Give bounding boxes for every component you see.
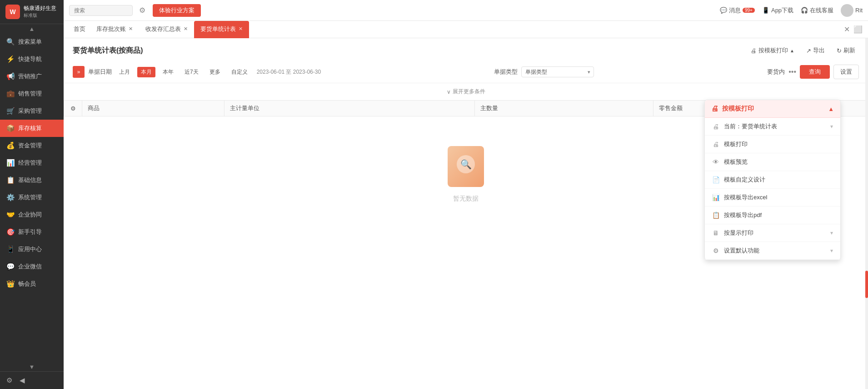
sidebar-scroll-down[interactable]: ▼ (0, 362, 64, 371)
sidebar-item-search[interactable]: 🔍 搜索菜单 (0, 33, 64, 51)
sidebar-item-marketing[interactable]: 📢 营销推广 (0, 68, 64, 85)
tabs-maximize-icon[interactable]: ⬜ (853, 25, 863, 34)
page-header: 要货单统计表(按商品) 🖨 按模板打印 ▲ ↗ 导出 ↻ 刷新 (64, 38, 868, 61)
sidebar-item-finance[interactable]: 💰 资金管理 (0, 137, 64, 154)
printer-icon: 🖨 (751, 47, 757, 54)
newbie-icon: 🎯 (6, 228, 15, 236)
tab-receipts-summary[interactable]: 收发存汇总表 ✕ (139, 21, 194, 38)
sidebar-item-inventory[interactable]: 📦 库存核算 (0, 120, 64, 137)
scrollbar-thumb (865, 271, 868, 298)
dropdown-printer-icon: 🖨 (711, 105, 718, 113)
settings-footer-icon[interactable]: ⚙ (6, 376, 12, 384)
search-icon: 🔍 (6, 38, 15, 46)
avatar (841, 4, 853, 17)
date-btn-custom[interactable]: 自定义 (228, 67, 251, 77)
refresh-btn[interactable]: ↻ 刷新 (833, 45, 859, 56)
sidebar-item-basic[interactable]: 📋 基础信息 (0, 172, 64, 189)
tab-batch-account[interactable]: 库存批次账 ✕ (90, 21, 139, 38)
order-content-label: 要货内 (767, 68, 785, 76)
operations-icon: 📊 (6, 159, 15, 167)
export-btn[interactable]: ↗ 导出 (803, 45, 828, 56)
set-default-arrow: ▾ (830, 248, 833, 254)
appstore-icon: 📱 (6, 245, 15, 253)
order-type-select-wrap: 单据类型 (521, 66, 594, 77)
marketing-icon: 📢 (6, 72, 15, 81)
tab-home[interactable]: 首页 (69, 21, 90, 38)
sidebar-item-member[interactable]: 👑 畅会员 (0, 275, 64, 293)
sidebar-item-newbie[interactable]: 🎯 新手引导 (0, 223, 64, 241)
date-btn-this-year[interactable]: 本年 (159, 67, 177, 77)
date-btn-last-month[interactable]: 上月 (115, 67, 134, 77)
date-label: 单据日期 (88, 68, 112, 76)
tabs-close-all-icon[interactable]: ✕ (844, 25, 850, 34)
trial-button[interactable]: 体验行业方案 (153, 4, 201, 17)
date-btn-more[interactable]: 更多 (206, 67, 224, 77)
dropdown-print-template-item[interactable]: 🖨 模板打印 (705, 136, 840, 153)
dropdown-preview-template-item[interactable]: 👁 模板预览 (705, 153, 840, 171)
dropdown-export-excel-item[interactable]: 📊 按模板导出excel (705, 189, 840, 207)
print-template-btn[interactable]: 🖨 按模板打印 ▲ (747, 45, 798, 56)
right-scrollbar[interactable] (865, 38, 868, 389)
topbar-search-input[interactable] (69, 5, 133, 16)
date-btn-7days[interactable]: 近7天 (181, 67, 202, 77)
display-print-icon: 🖥 (712, 229, 719, 237)
sidebar-nav: 🔍 搜索菜单 ⚡ 快捷导航 📢 营销推广 💼 销售管理 🛒 采购管理 📦 库存核… (0, 33, 64, 362)
app-download-btn[interactable]: 📱 App下载 (762, 6, 793, 15)
dropdown-set-default[interactable]: ⚙ 设置默认功能 ▾ (705, 242, 840, 260)
system-icon: ⚙️ (6, 193, 15, 202)
messages-btn[interactable]: 💬 消息 99+ (720, 6, 755, 15)
chevron-down-icon: ∨ (447, 89, 451, 95)
sidebar-scroll-up[interactable]: ▲ (0, 24, 64, 33)
wechat-icon: 💬 (6, 263, 15, 271)
topbar-gear-icon[interactable]: ⚙ (139, 6, 145, 15)
sidebar-item-system[interactable]: ⚙️ 系统管理 (0, 189, 64, 206)
app-name: 畅康通好生意 (24, 5, 56, 12)
preview-template-icon: 👁 (712, 158, 719, 166)
tab-order-stats[interactable]: 要货单统计表 ✕ (194, 21, 249, 38)
table-col-goods: 商品 (82, 101, 224, 116)
toolbar-expand-btn[interactable]: » (73, 66, 85, 78)
tab-close-receipts-summary[interactable]: ✕ (184, 26, 188, 32)
table-col-unit: 主计量单位 (224, 101, 475, 116)
sidebar-item-quick-nav[interactable]: ⚡ 快捷导航 (0, 51, 64, 68)
settings-button[interactable]: 设置 (833, 65, 859, 79)
print-template-dropdown: 🖨 按模板打印 ▲ 🖨 当前：要货单统计表 ▾ 🖨 模板打印 👁 模板预览 (704, 100, 841, 260)
custom-template-icon: 📄 (712, 176, 719, 183)
purchase-icon: 🛒 (6, 107, 15, 115)
empty-text: 暂无数据 (453, 195, 479, 203)
more-options-icon[interactable]: ••• (788, 68, 796, 76)
toggle-sidebar-icon[interactable]: ◀ (20, 376, 25, 384)
user-avatar-area[interactable]: Rit (841, 4, 863, 17)
customer-service-btn[interactable]: 🎧 在线客服 (801, 6, 833, 15)
dropdown-export-pdf-item[interactable]: 📋 按模板导出pdf (705, 207, 840, 224)
message-icon: 💬 (720, 7, 727, 14)
tab-close-batch-account[interactable]: ✕ (129, 26, 133, 32)
sidebar-item-purchase[interactable]: 🛒 采购管理 (0, 102, 64, 120)
table-col-settings[interactable]: ⚙ (64, 101, 82, 116)
expand-more-row[interactable]: ∨ 展开更多条件 (64, 86, 868, 97)
current-template-arrow: ▾ (830, 123, 833, 130)
sidebar-item-operations[interactable]: 📊 经营管理 (0, 154, 64, 172)
order-type-select[interactable]: 单据类型 (521, 66, 594, 77)
display-print-arrow: ▾ (830, 230, 833, 236)
username: Rit (855, 7, 863, 14)
sidebar-item-wechat[interactable]: 💬 企业微信 (0, 258, 64, 275)
tab-close-order-stats[interactable]: ✕ (239, 26, 243, 32)
tabs-right-actions: ✕ ⬜ (844, 25, 863, 34)
dropdown-display-print[interactable]: 🖥 按显示打印 ▾ (705, 224, 840, 242)
dropdown-collapse-icon[interactable]: ▲ (828, 106, 834, 112)
order-type-label: 单据类型 (494, 68, 518, 76)
current-template-icon: 🖨 (712, 123, 719, 130)
sidebar-item-appstore[interactable]: 📱 应用中心 (0, 241, 64, 258)
dropdown-header: 🖨 按模板打印 ▲ (705, 100, 840, 118)
empty-illustration: 🔍 (443, 144, 489, 189)
sidebar-item-cooperation[interactable]: 🤝 企业协同 (0, 206, 64, 223)
message-badge: 99+ (743, 8, 755, 13)
dropdown-current-template[interactable]: 🖨 当前：要货单统计表 ▾ (705, 118, 840, 136)
date-btn-this-month[interactable]: 本月 (137, 67, 155, 77)
dropdown-custom-template-item[interactable]: 📄 模板自定义设计 (705, 171, 840, 189)
sidebar-item-sales[interactable]: 💼 销售管理 (0, 85, 64, 102)
main-area: ⚙ 体验行业方案 💬 消息 99+ 📱 App下载 🎧 在线客服 Rit (64, 0, 868, 389)
query-button[interactable]: 查询 (800, 65, 830, 79)
sidebar-footer: ⚙ ◀ (0, 371, 64, 389)
